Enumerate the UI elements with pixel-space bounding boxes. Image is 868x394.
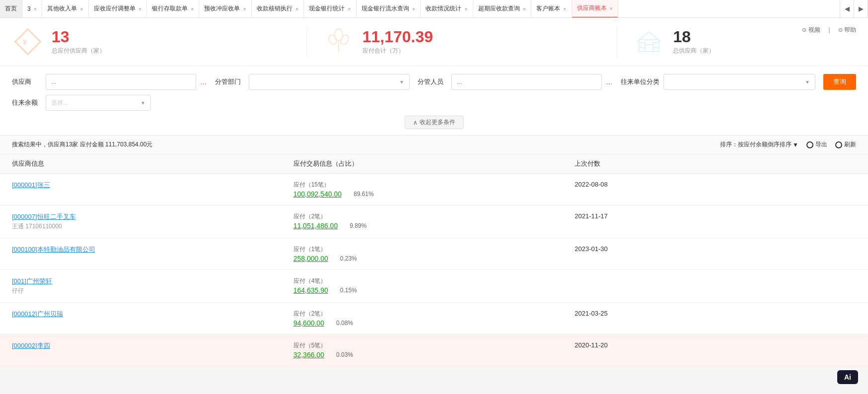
close-icon[interactable]: × bbox=[563, 6, 566, 12]
nav-tab-collect-check[interactable]: 收款核销执行 × bbox=[252, 0, 304, 18]
person-dots-icon[interactable]: ... bbox=[606, 77, 612, 86]
supplier-name-link-lisi[interactable]: [000002]李四 bbox=[12, 341, 293, 350]
sort-button[interactable]: 排序：按应付余额倒序排序 ▼ bbox=[720, 140, 798, 149]
stats-header: ¥ 13 总应付供应商（家） 11,170.39 应付合计（万） bbox=[0, 18, 868, 66]
search-button[interactable]: 查询 bbox=[823, 74, 856, 90]
close-icon[interactable]: × bbox=[295, 6, 298, 12]
nav-tab-supplier-account[interactable]: 供应商账本 × bbox=[572, 0, 618, 18]
nav-tab-prepay-collect[interactable]: 预收冲应收单 × bbox=[199, 0, 251, 18]
close-icon[interactable]: × bbox=[464, 6, 467, 12]
chevron-down-icon: ▼ bbox=[399, 79, 404, 85]
supplier-dots-icon[interactable]: ... bbox=[200, 77, 207, 86]
store-icon bbox=[633, 26, 665, 58]
person-input[interactable] bbox=[451, 74, 602, 90]
close-icon[interactable]: × bbox=[139, 6, 142, 12]
refresh-dot-icon bbox=[835, 141, 842, 148]
svg-rect-9 bbox=[653, 43, 659, 48]
sort-label: 排序：按应付余额倒序排序 bbox=[720, 140, 792, 149]
tx-label-bente: 应付（1笔） bbox=[293, 245, 575, 254]
nav-tab-3[interactable]: 3 × bbox=[22, 0, 42, 18]
nav-tab-bank-deposit-label: 银行存取款单 bbox=[152, 4, 188, 13]
payable-total-number: 11,170.39 bbox=[362, 29, 433, 45]
collapse-icon: ∧ bbox=[413, 119, 418, 126]
filter-person-label: 分管人员 bbox=[418, 77, 447, 86]
tx-amount-hengwang[interactable]: 11,051,486.00 bbox=[293, 222, 338, 230]
supplier-name-link-bente[interactable]: [000100]本特勤油品有限公司 bbox=[12, 245, 293, 254]
nav-prev-arrow[interactable]: ◀ bbox=[840, 0, 854, 18]
refresh-button[interactable]: 刷新 bbox=[835, 140, 856, 149]
lastpay-cell-hengwang: 2021-11-17 bbox=[575, 212, 856, 220]
tx-label-rongxuan: 应付（4笔） bbox=[293, 277, 575, 285]
last-pay-hengwang: 2021-11-17 bbox=[575, 212, 608, 220]
total-suppliers-label: 总供应商（家） bbox=[673, 47, 715, 55]
tx-amount-bente[interactable]: 258,000.00 bbox=[293, 255, 328, 263]
balance-select[interactable]: 选择... ▼ bbox=[46, 95, 151, 111]
payable-total-label: 应付合计（万） bbox=[362, 47, 433, 55]
nav-tab-bank-deposit[interactable]: 银行存取款单 × bbox=[147, 0, 199, 18]
tx-amount-lisi[interactable]: 32,366.00 bbox=[293, 351, 324, 359]
video-link[interactable]: ⊙ 视频 bbox=[802, 26, 820, 34]
nav-tab-collect-stat[interactable]: 收款情况统计 × bbox=[421, 0, 473, 18]
chevron-down-icon-2: ▼ bbox=[805, 79, 810, 85]
close-icon[interactable]: × bbox=[523, 6, 526, 12]
close-icon[interactable]: × bbox=[34, 6, 37, 12]
nav-next-arrow[interactable]: ▶ bbox=[854, 0, 868, 18]
nav-tab-other-income-label: 其他收入单 bbox=[47, 4, 77, 13]
tx-cell-zhangsan: 应付（15笔） 100,092,540.00 89.61% bbox=[293, 181, 575, 198]
supplier-name-link-hengwang[interactable]: [000007]恒旺二手叉车 bbox=[12, 212, 293, 221]
svg-rect-8 bbox=[639, 43, 645, 48]
tx-amount-zhangsan[interactable]: 100,092,540.00 bbox=[293, 190, 342, 198]
export-button[interactable]: 导出 bbox=[806, 140, 827, 149]
nav-tab-other-income[interactable]: 其他收入单 × bbox=[42, 0, 88, 18]
supplier-name-link-rongxuan[interactable]: [001]广州荣轩 bbox=[12, 277, 293, 286]
nav-tab-ap-adjust[interactable]: 应收应付调整单 × bbox=[89, 0, 147, 18]
result-text: 搜索结果中，供应商13家 应付金额 111,703,854.00元 bbox=[12, 140, 152, 149]
table-row: [000012]广州贝瑞 应付（2笔） 94,600.00 0.08% 2021… bbox=[0, 303, 868, 334]
tx-label-lisi: 应付（5笔） bbox=[293, 341, 575, 350]
close-icon[interactable]: × bbox=[191, 6, 194, 12]
supplier-cell-lisi: [000002]李四 bbox=[12, 341, 293, 350]
collapse-label: 收起更多条件 bbox=[420, 118, 455, 127]
svg-text:¥: ¥ bbox=[23, 38, 27, 46]
last-pay-zhangsan: 2022-08-08 bbox=[575, 181, 608, 188]
nav-tab-overdue-query[interactable]: 超期应收款查询 × bbox=[473, 0, 531, 18]
close-icon[interactable]: × bbox=[80, 6, 83, 12]
collapse-button[interactable]: ∧ 收起更多条件 bbox=[405, 116, 464, 129]
tx-amount-beirui[interactable]: 94,600.00 bbox=[293, 319, 324, 327]
lastpay-cell-zhangsan: 2022-08-08 bbox=[575, 181, 856, 188]
tx-percent-rongxuan: 0.15% bbox=[340, 287, 357, 294]
chevron-down-icon-3: ▼ bbox=[141, 100, 145, 106]
close-icon[interactable]: × bbox=[610, 5, 613, 11]
supplier-cell-zhangsan: [000001]张三 bbox=[12, 181, 293, 190]
nav-tab-customer-account[interactable]: 客户账本 × bbox=[531, 0, 572, 18]
last-pay-lisi: 2020-11-20 bbox=[575, 341, 608, 349]
supplier-name-link-zhangsan[interactable]: [000001]张三 bbox=[12, 181, 293, 190]
tx-amount-rongxuan[interactable]: 164,635.90 bbox=[293, 286, 328, 294]
filter-category: 往来单位分类 ▼ bbox=[621, 74, 816, 90]
supplier-name-link-beirui[interactable]: [000012]广州贝瑞 bbox=[12, 310, 293, 319]
svg-point-3 bbox=[327, 34, 338, 46]
filter-category-label: 往来单位分类 bbox=[621, 77, 659, 86]
tx-percent-lisi: 0.03% bbox=[336, 351, 353, 358]
tx-cell-bente: 应付（1笔） 258,000.00 0.23% bbox=[293, 245, 575, 263]
nav-tab-cash-bank-flow[interactable]: 现金银行流水查询 × bbox=[357, 0, 421, 18]
supplier-input[interactable] bbox=[46, 74, 196, 90]
nav-tab-customer-account-label: 客户账本 bbox=[536, 4, 560, 13]
nav-tab-collect-check-label: 收款核销执行 bbox=[257, 4, 292, 13]
tx-cell-rongxuan: 应付（4笔） 164,635.90 0.15% bbox=[293, 277, 575, 294]
category-select[interactable]: ▼ bbox=[663, 74, 816, 90]
lastpay-cell-beirui: 2021-03-25 bbox=[575, 310, 856, 317]
tx-label-beirui: 应付（2笔） bbox=[293, 310, 575, 318]
nav-tab-cash-bank-flow-label: 现金银行流水查询 bbox=[362, 4, 409, 13]
supplier-cell-beirui: [000012]广州贝瑞 bbox=[12, 310, 293, 319]
nav-tab-home[interactable]: 首页 bbox=[0, 0, 22, 18]
help-link[interactable]: ⊙ 帮助 bbox=[838, 26, 856, 34]
dept-select[interactable]: ▼ bbox=[249, 74, 410, 90]
lastpay-cell-bente: 2023-01-30 bbox=[575, 245, 856, 253]
close-icon[interactable]: × bbox=[412, 6, 415, 12]
filter-dept: 分管部门 ▼ bbox=[215, 74, 410, 90]
close-icon[interactable]: × bbox=[243, 6, 246, 12]
payable-suppliers-number: 13 bbox=[52, 29, 105, 45]
close-icon[interactable]: × bbox=[348, 6, 351, 12]
nav-tab-cash-bank-stat[interactable]: 现金银行统计 × bbox=[304, 0, 356, 18]
